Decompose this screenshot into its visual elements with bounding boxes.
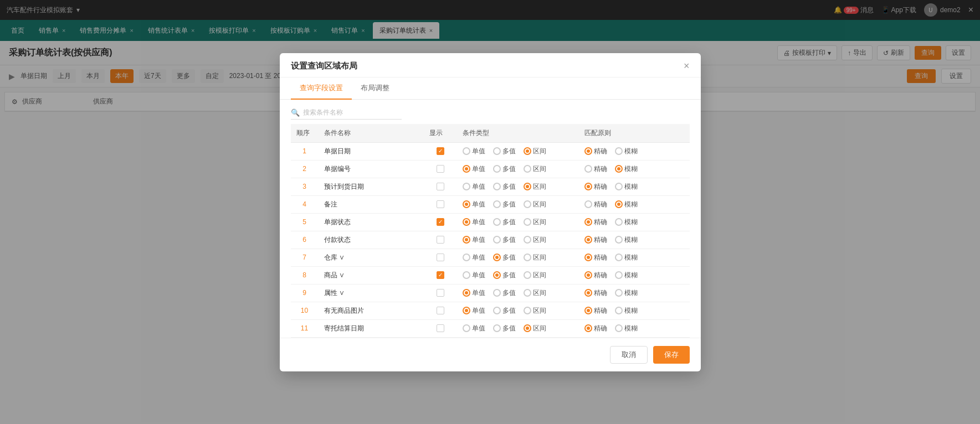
dialog-title: 设置查询区域布局 — [291, 61, 357, 71]
search-box: 🔍 — [291, 106, 402, 117]
settings-dialog: 设置查询区域布局 × 查询字段设置 布局调整 🔍 顺序 — [280, 53, 701, 117]
dialog-close-button[interactable]: × — [684, 61, 690, 71]
search-input[interactable] — [303, 108, 392, 116]
tab-query-fields[interactable]: 查询字段设置 — [291, 77, 352, 100]
tab-layout-adjust-label: 布局调整 — [361, 84, 389, 92]
tab-layout-adjust[interactable]: 布局调整 — [352, 77, 398, 100]
tab-query-fields-label: 查询字段设置 — [300, 84, 343, 92]
dialog-tabs: 查询字段设置 布局调整 — [280, 77, 701, 100]
dialog-search-area: 🔍 — [280, 100, 701, 117]
search-icon: 🔍 — [291, 108, 300, 117]
dialog-header: 设置查询区域布局 × — [280, 53, 701, 77]
dialog-overlay: 设置查询区域布局 × 查询字段设置 布局调整 🔍 顺序 — [0, 0, 980, 116]
